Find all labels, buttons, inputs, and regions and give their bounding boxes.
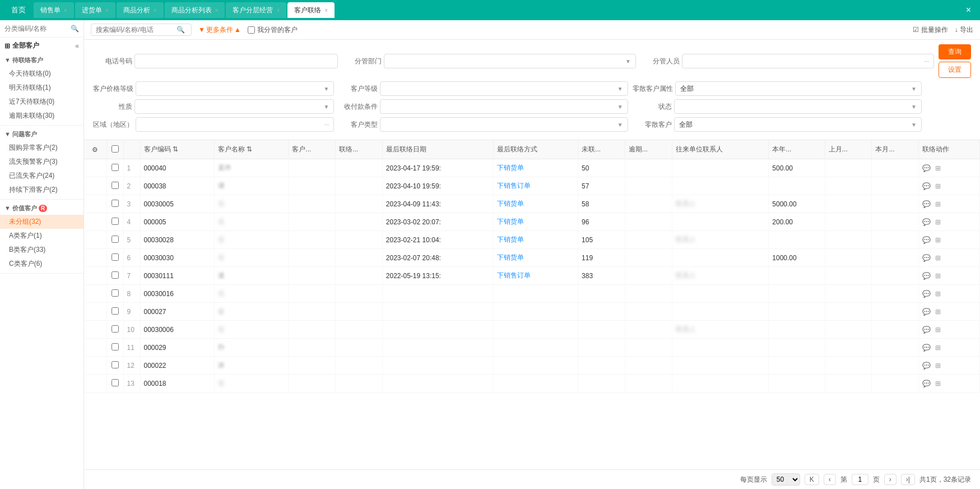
chat-icon[interactable]: 💬 xyxy=(922,344,931,352)
sidebar-item[interactable]: 囤购异常客户(2) xyxy=(0,141,83,155)
cell-last-method[interactable]: 下销货单 xyxy=(493,249,578,267)
cell-checkbox[interactable] xyxy=(106,249,123,267)
more-action-icon[interactable]: ⊞ xyxy=(935,308,941,316)
sidebar-item[interactable]: 逾期未联络(30) xyxy=(0,109,83,123)
sidebar-item[interactable]: C类客户(6) xyxy=(0,257,83,271)
more-action-icon[interactable]: ⊞ xyxy=(935,380,941,387)
export-button[interactable]: ↓ 导出 xyxy=(955,25,973,35)
more-action-icon[interactable]: ⊞ xyxy=(935,362,941,370)
chat-icon[interactable]: 💬 xyxy=(922,362,931,370)
sidebar-item[interactable]: 流失预警客户(3) xyxy=(0,155,83,169)
row-checkbox[interactable] xyxy=(112,182,119,189)
more-action-icon[interactable]: ⊞ xyxy=(935,200,941,208)
cell-last-method[interactable] xyxy=(493,357,578,375)
cell-checkbox[interactable] xyxy=(106,321,123,339)
chat-icon[interactable]: 💬 xyxy=(922,380,931,387)
tab-close-icon[interactable]: × xyxy=(154,7,157,13)
chat-icon[interactable]: 💬 xyxy=(922,290,931,298)
prev-page-button[interactable]: ‹ xyxy=(824,474,836,485)
col-code[interactable]: 客户编码 ⇅ xyxy=(140,140,214,159)
row-checkbox[interactable] xyxy=(112,164,119,171)
next-page-button[interactable]: › xyxy=(884,474,897,485)
more-action-icon[interactable]: ⊞ xyxy=(935,236,941,244)
more-action-icon[interactable]: ⊞ xyxy=(935,164,941,172)
chat-icon[interactable]: 💬 xyxy=(922,326,931,334)
status-select[interactable]: ▼ xyxy=(674,99,922,114)
department-select[interactable]: ▼ xyxy=(384,54,636,68)
chat-icon[interactable]: 💬 xyxy=(922,254,931,262)
search-icon[interactable]: 🔍 xyxy=(177,26,185,34)
cell-last-method[interactable] xyxy=(493,339,578,357)
nav-tab-销售单[interactable]: 销售单× xyxy=(34,2,74,18)
sidebar-item[interactable]: 今天待联络(0) xyxy=(0,67,83,81)
col-last-method[interactable]: 最后联络方式 xyxy=(493,140,578,159)
cell-checkbox[interactable] xyxy=(106,267,123,285)
row-checkbox[interactable] xyxy=(112,343,119,350)
more-action-icon[interactable]: ⊞ xyxy=(935,326,941,334)
sidebar-item[interactable]: 近7天待联络(0) xyxy=(0,95,83,109)
sidebar-item[interactable]: A类客户(1) xyxy=(0,229,83,243)
region-select[interactable]: ··· xyxy=(136,117,334,132)
payment-select[interactable]: ▼ xyxy=(380,99,628,114)
last-method-link[interactable]: 下销货单 xyxy=(497,236,524,243)
nav-tab-进货单[interactable]: 进货单× xyxy=(75,2,115,18)
settings-col[interactable]: ⚙ xyxy=(84,140,106,159)
retail-customer-select[interactable]: 全部▼ xyxy=(674,117,922,132)
cell-last-method[interactable]: 下销货单 xyxy=(493,195,578,213)
reset-button[interactable]: 设置 xyxy=(939,62,971,78)
last-method-link[interactable]: 下销货单 xyxy=(497,218,524,225)
cell-last-method[interactable]: 下销货单 xyxy=(493,231,578,249)
row-checkbox[interactable] xyxy=(112,361,119,368)
customer-type-select[interactable]: ▼ xyxy=(380,117,628,132)
staff-select[interactable]: ··· xyxy=(682,54,934,68)
cell-last-method[interactable]: 下销售订单 xyxy=(493,177,578,195)
cell-last-method[interactable]: 下销货单 xyxy=(493,213,578,231)
nav-tab-商品分析列表[interactable]: 商品分析列表× xyxy=(165,2,225,18)
chat-icon[interactable]: 💬 xyxy=(922,272,931,280)
price-level-select[interactable]: ▼ xyxy=(136,81,334,96)
col-last-date[interactable]: 最后联络日期 xyxy=(382,140,493,159)
sidebar-search-input[interactable] xyxy=(4,25,68,33)
cell-checkbox[interactable] xyxy=(106,357,123,375)
nav-tab-客户分层经营[interactable]: 客户分层经营× xyxy=(226,2,286,18)
sidebar-search-icon[interactable]: 🔍 xyxy=(71,25,79,33)
cell-checkbox[interactable] xyxy=(106,375,123,393)
chat-icon[interactable]: 💬 xyxy=(922,200,931,208)
sidebar-item[interactable]: 已流失客户(24) xyxy=(0,169,83,183)
last-method-link[interactable]: 下销售订单 xyxy=(497,182,531,190)
cell-last-method[interactable] xyxy=(493,375,578,393)
row-checkbox[interactable] xyxy=(112,271,119,279)
col-this-year[interactable]: 本年... xyxy=(769,140,825,159)
col-overdue[interactable]: 逾期... xyxy=(625,140,672,159)
phone-input[interactable] xyxy=(134,54,338,68)
page-size-select[interactable]: 50 100 200 xyxy=(772,473,800,486)
row-checkbox[interactable] xyxy=(112,236,119,243)
col-name[interactable]: 客户名称 ⇅ xyxy=(214,140,288,159)
chat-icon[interactable]: 💬 xyxy=(922,164,931,172)
customer-level-select[interactable]: ▼ xyxy=(380,81,628,96)
more-action-icon[interactable]: ⊞ xyxy=(935,254,941,262)
batch-operation-button[interactable]: ☑ 批量操作 xyxy=(913,25,948,35)
more-action-icon[interactable]: ⊞ xyxy=(935,290,941,298)
row-checkbox[interactable] xyxy=(112,200,119,207)
tab-close-icon[interactable]: × xyxy=(64,7,67,13)
more-action-icon[interactable]: ⊞ xyxy=(935,218,941,226)
sidebar-item[interactable]: 明天待联络(1) xyxy=(0,81,83,95)
col-this-month[interactable]: 本月... xyxy=(872,140,919,159)
col-contact[interactable]: 联络... xyxy=(336,140,383,159)
chat-icon[interactable]: 💬 xyxy=(922,182,931,190)
row-checkbox[interactable] xyxy=(112,379,119,386)
more-action-icon[interactable]: ⊞ xyxy=(935,182,941,190)
more-action-icon[interactable]: ⊞ xyxy=(935,272,941,280)
my-customers-filter[interactable]: 我分管的客户 xyxy=(248,25,298,35)
cell-checkbox[interactable] xyxy=(106,303,123,321)
nav-tab-客户联络[interactable]: 客户联络× xyxy=(287,2,335,18)
cell-last-method[interactable]: 下销货单 xyxy=(493,159,578,177)
cell-checkbox[interactable] xyxy=(106,213,123,231)
chat-icon[interactable]: 💬 xyxy=(922,218,931,226)
sidebar-item[interactable]: 未分组(32) xyxy=(0,215,83,229)
sidebar-all-customers[interactable]: ⊞ 全部客户 « xyxy=(0,38,83,54)
select-all-checkbox[interactable] xyxy=(112,145,119,153)
last-method-link[interactable]: 下销货单 xyxy=(497,200,524,207)
tab-close-icon[interactable]: × xyxy=(276,7,280,13)
